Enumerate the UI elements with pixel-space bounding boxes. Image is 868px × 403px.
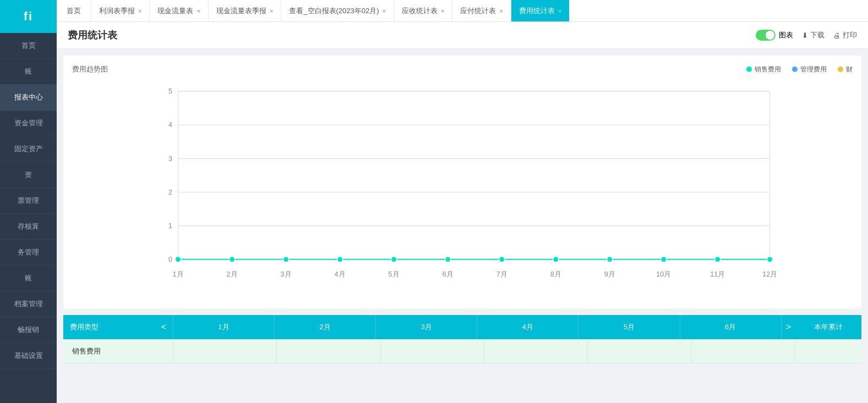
sidebar-item-archive[interactable]: 档案管理 xyxy=(0,291,57,317)
chart-section: 费用趋势图 销售费用 管理费用 财 xyxy=(63,56,861,308)
svg-text:1: 1 xyxy=(168,222,172,230)
download-button[interactable]: ⬇ 下载 xyxy=(802,30,825,40)
sidebar-item-fund-mgmt[interactable]: 资金管理 xyxy=(0,111,57,136)
th-m1: 1月 xyxy=(173,315,275,339)
th-m3: 3月 xyxy=(376,315,477,339)
download-icon: ⬇ xyxy=(802,31,808,40)
svg-text:5月: 5月 xyxy=(389,270,400,278)
legend-admin: 管理费用 xyxy=(792,65,827,74)
svg-text:4月: 4月 xyxy=(335,270,346,278)
tab-close-cashflow-quarter[interactable]: × xyxy=(270,8,273,14)
svg-point-25 xyxy=(175,256,181,262)
chart-container: 0 1 2 3 4 5 1月 2月 3月 4月 5月 6月 7月 8月 9 xyxy=(72,80,853,300)
sidebar-item-report-center[interactable]: 报表中心 xyxy=(0,85,57,111)
svg-point-26 xyxy=(229,256,235,262)
tab-home[interactable]: 首页 xyxy=(57,0,91,21)
svg-point-36 xyxy=(767,256,773,262)
svg-point-30 xyxy=(445,256,451,262)
td-m2-sales xyxy=(277,339,380,363)
chart-toggle[interactable] xyxy=(756,30,776,41)
svg-text:2: 2 xyxy=(168,189,172,196)
th-m2: 2月 xyxy=(275,315,376,339)
chart-title: 费用趋势图 xyxy=(72,64,108,74)
chart-svg: 0 1 2 3 4 5 1月 2月 3月 4月 5月 6月 7月 8月 9 xyxy=(72,80,853,294)
tab-receivable[interactable]: 应收统计表 × xyxy=(394,0,452,21)
tab-cashflow[interactable]: 现金流量表 × xyxy=(150,0,208,21)
prev-arrow[interactable]: < xyxy=(161,322,166,332)
sidebar-item-settings[interactable]: 基础设置 xyxy=(0,343,57,369)
next-arrow[interactable]: > xyxy=(782,322,795,332)
legend-label-finance: 财 xyxy=(846,65,853,74)
td-m1-sales xyxy=(173,339,277,363)
svg-point-32 xyxy=(553,256,559,262)
th-m6: 6月 xyxy=(680,315,782,339)
tab-close-cashflow[interactable]: × xyxy=(196,8,200,14)
td-m6-sales xyxy=(692,339,795,363)
tab-blank-report[interactable]: 查看_空白报表(2023年02月) × xyxy=(281,0,394,21)
sidebar-item-home[interactable]: 首页 xyxy=(0,33,57,59)
legend-dot-sales xyxy=(746,67,752,72)
th-ytd: 本年累计 xyxy=(795,315,861,339)
svg-text:9月: 9月 xyxy=(604,270,615,278)
legend-label-sales: 销售费用 xyxy=(755,65,781,74)
svg-text:0: 0 xyxy=(168,256,172,263)
sidebar-item-fixed-assets[interactable]: 固定资产 xyxy=(0,136,57,162)
page-title: 费用统计表 xyxy=(68,29,117,42)
sidebar-logo: fi xyxy=(0,0,57,33)
sidebar-item-expense[interactable]: 畅报销 xyxy=(0,317,57,343)
td-m4-sales xyxy=(484,339,588,363)
download-label: 下载 xyxy=(810,30,825,40)
tab-cashflow-quarter[interactable]: 现金流量表季报 × xyxy=(209,0,281,21)
tab-payable[interactable]: 应付统计表 × xyxy=(452,0,511,21)
print-label: 打印 xyxy=(843,30,857,40)
tab-close-expense-stat[interactable]: × xyxy=(558,8,561,14)
main-area: 首页 利润表季报 × 现金流量表 × 现金流量表季报 × 查看_空白报表(202… xyxy=(57,0,868,403)
svg-text:7月: 7月 xyxy=(496,270,507,278)
svg-text:3月: 3月 xyxy=(281,270,292,278)
tab-close-payable[interactable]: × xyxy=(499,8,503,14)
content-area: 费用统计表 图表 ⬇ 下载 🖨 打印 费用趋势图 xyxy=(57,22,868,403)
chart-toggle-label: 图表 xyxy=(779,30,793,40)
svg-text:11月: 11月 xyxy=(710,270,725,278)
tab-close-blank-report[interactable]: × xyxy=(383,8,386,14)
tab-close-receivable[interactable]: × xyxy=(441,8,444,14)
svg-text:8月: 8月 xyxy=(550,270,561,278)
svg-point-29 xyxy=(391,256,397,262)
svg-point-33 xyxy=(607,256,613,262)
sidebar-item-resources[interactable]: 资 xyxy=(0,162,57,188)
chart-toggle-wrap: 图表 xyxy=(756,30,793,41)
chart-legend: 销售费用 管理费用 财 xyxy=(746,65,853,74)
th-category: 费用类型 < xyxy=(63,315,173,339)
chart-header: 费用趋势图 销售费用 管理费用 财 xyxy=(72,64,853,74)
svg-text:2月: 2月 xyxy=(227,270,238,278)
th-category-label: 费用类型 xyxy=(70,322,99,332)
svg-point-28 xyxy=(337,256,343,262)
tab-close-profit-quarter[interactable]: × xyxy=(138,8,141,14)
print-icon: 🖨 xyxy=(833,31,840,40)
sidebar-item-account[interactable]: 账 xyxy=(0,266,57,291)
legend-finance: 财 xyxy=(838,65,853,74)
table-header-row: 费用类型 < 1月 2月 3月 4月 5月 6月 > 本年累计 xyxy=(63,315,861,339)
sidebar-item-service-mgmt[interactable]: 务管理 xyxy=(0,240,57,266)
svg-text:4: 4 xyxy=(168,121,172,129)
legend-dot-finance xyxy=(838,67,843,72)
tab-bar: 首页 利润表季报 × 现金流量表 × 现金流量表季报 × 查看_空白报表(202… xyxy=(57,0,868,22)
sidebar-item-ledger[interactable]: 账 xyxy=(0,59,57,85)
legend-sales: 销售费用 xyxy=(746,65,781,74)
tab-profit-quarter[interactable]: 利润表季报 × xyxy=(91,0,150,21)
td-category-sales: 销售费用 xyxy=(63,339,173,363)
svg-text:1月: 1月 xyxy=(172,270,183,278)
th-m5: 5月 xyxy=(578,315,680,339)
th-m4: 4月 xyxy=(477,315,578,339)
td-ytd-sales xyxy=(795,339,861,363)
svg-text:5: 5 xyxy=(168,87,172,95)
sidebar: fi 首页 账 报表中心 资金管理 固定资产 资 票管理 存核算 务管理 账 档… xyxy=(0,0,57,403)
tab-expense-stat[interactable]: 费用统计表 × xyxy=(511,0,570,21)
print-button[interactable]: 🖨 打印 xyxy=(833,30,857,40)
table-section: 费用类型 < 1月 2月 3月 4月 5月 6月 > 本年累计 销售费用 xyxy=(63,315,861,363)
svg-point-34 xyxy=(660,256,667,262)
legend-label-admin: 管理费用 xyxy=(800,65,827,74)
sidebar-item-inventory[interactable]: 存核算 xyxy=(0,214,57,240)
sidebar-item-ticket-mgmt[interactable]: 票管理 xyxy=(0,188,57,214)
svg-rect-0 xyxy=(178,91,770,260)
